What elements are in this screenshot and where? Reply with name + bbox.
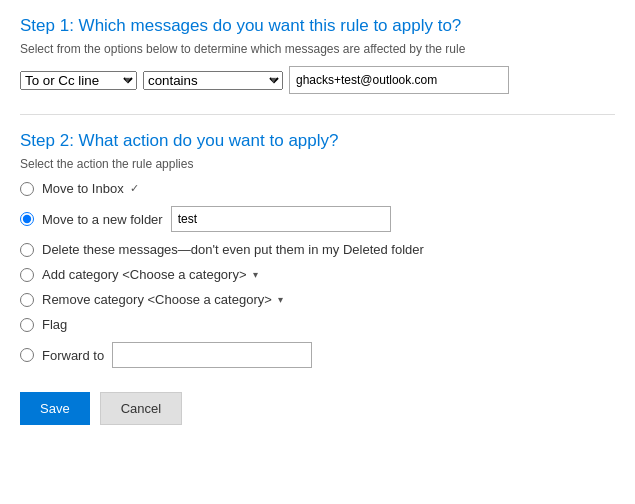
list-item: Remove category <Choose a category> ▾ [20,292,615,307]
email-input[interactable] [289,66,509,94]
move-inbox-radio[interactable] [20,182,34,196]
save-button[interactable]: Save [20,392,90,425]
list-item: Delete these messages—don't even put the… [20,242,615,257]
forward-text: Forward to [42,348,104,363]
list-item: Flag [20,317,615,332]
move-inbox-text: Move to Inbox [42,181,124,196]
delete-text: Delete these messages—don't even put the… [42,242,424,257]
add-category-radio[interactable] [20,268,34,282]
flag-text: Flag [42,317,67,332]
delete-radio[interactable] [20,243,34,257]
step1-subtitle: Select from the options below to determi… [20,42,615,56]
remove-category-radio[interactable] [20,293,34,307]
step2-subtitle: Select the action the rule applies [20,157,615,171]
forward-label[interactable]: Forward to [42,348,104,363]
forward-radio[interactable] [20,348,34,362]
remove-category-label[interactable]: Remove category <Choose a category> ▾ [42,292,283,307]
folder-name-input[interactable] [171,206,391,232]
condition-select[interactable]: To or Cc line From Subject Body [20,71,137,90]
add-category-arrow-icon: ▾ [253,269,258,280]
section-divider [20,114,615,115]
list-item: Forward to [20,342,615,368]
condition-select-wrapper: To or Cc line From Subject Body [20,71,137,90]
delete-label[interactable]: Delete these messages—don't even put the… [42,242,424,257]
move-inbox-label[interactable]: Move to Inbox ✓ [42,181,139,196]
checkmark-icon: ✓ [130,182,139,195]
operator-select-wrapper: contains does not contain is is not [143,71,283,90]
move-folder-text: Move to a new folder [42,212,163,227]
step2-heading: Step 2: What action do you want to apply… [20,131,615,151]
flag-label[interactable]: Flag [42,317,67,332]
remove-category-arrow-icon: ▾ [278,294,283,305]
step1-heading: Step 1: Which messages do you want this … [20,16,615,36]
button-row: Save Cancel [20,392,615,425]
filter-row: To or Cc line From Subject Body contains… [20,66,615,94]
move-folder-radio[interactable] [20,212,34,226]
list-item: Move to a new folder [20,206,615,232]
action-radio-group: Move to Inbox ✓ Move to a new folder Del… [20,181,615,368]
flag-radio[interactable] [20,318,34,332]
cancel-button[interactable]: Cancel [100,392,182,425]
list-item: Add category <Choose a category> ▾ [20,267,615,282]
operator-select[interactable]: contains does not contain is is not [143,71,283,90]
remove-category-text: Remove category <Choose a category> [42,292,272,307]
forward-address-input[interactable] [112,342,312,368]
step2-section: Step 2: What action do you want to apply… [20,131,615,368]
move-folder-label[interactable]: Move to a new folder [42,212,163,227]
add-category-label[interactable]: Add category <Choose a category> ▾ [42,267,258,282]
list-item: Move to Inbox ✓ [20,181,615,196]
add-category-text: Add category <Choose a category> [42,267,247,282]
